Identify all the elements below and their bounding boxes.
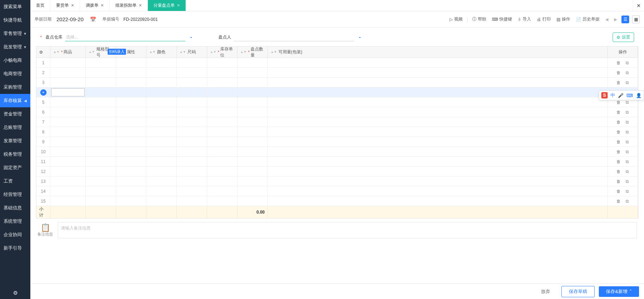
tab-1[interactable]: 要货单✕ [50,0,80,11]
delete-row-icon[interactable]: 🗑 [616,159,621,164]
delete-row-icon[interactable]: 🗑 [616,60,621,65]
sidebar-item-7[interactable]: 库存核算◀ [0,94,30,107]
copy-row-icon[interactable]: ⧉ [626,139,629,144]
copy-row-icon[interactable]: ⧉ [626,110,629,115]
history-action[interactable]: 📄 历史单据 [574,16,601,22]
header-size[interactable]: ▲▼尺码 [177,47,207,58]
sidebar-item-17[interactable]: 企业协同 [0,228,30,241]
video-action[interactable]: ▷ 视频 [448,16,464,22]
header-unit[interactable]: ▲▼*库存单位 [207,47,237,58]
table-row[interactable]: 1🗑⧉ [36,58,638,68]
delete-row-icon[interactable]: 🗑 [616,70,621,75]
tab-3[interactable]: 组装拆卸单✕ [110,0,148,11]
sidebar-item-3[interactable]: 批发管理▼ [0,40,30,54]
warehouse-more-icon[interactable]: ··· [190,35,192,40]
person-input[interactable] [234,33,354,41]
sidebar-item-8[interactable]: 资金管理 [0,107,30,121]
sidebar-item-0[interactable]: 搜索菜单 [0,0,30,13]
product-cell-input[interactable] [51,88,85,96]
sidebar-item-15[interactable]: 基础信息 [0,201,30,215]
delete-row-icon[interactable]: 🗑 [616,110,621,115]
table-row[interactable]: 3🗑⧉ [36,78,638,88]
header-attr[interactable]: ▲▼属性 [116,47,146,58]
copy-row-icon[interactable]: ⧉ [626,100,629,105]
table-row[interactable]: 10🗑⧉ [36,147,638,157]
help-action[interactable]: ⓘ 帮助 [471,16,488,22]
date-value[interactable]: 2022-09-20 [56,16,84,22]
shortcut-action[interactable]: ⌨ 快捷键 [490,16,513,22]
save-new-button[interactable]: 保存&新增˄ [599,286,639,297]
close-icon[interactable]: ✕ [139,3,142,8]
view-card-icon[interactable]: ▦ [632,16,640,23]
sidebar-item-1[interactable]: 快捷导航 [0,13,30,27]
sidebar-item-14[interactable]: 经营管理 [0,188,30,201]
table-row[interactable]: +🗑⧉ [36,88,638,97]
delete-row-icon[interactable]: 🗑 [616,130,621,134]
table-row[interactable]: 8🗑⧉ [36,127,638,137]
sidebar-item-6[interactable]: 采购管理 [0,80,30,94]
table-row[interactable]: 5🗑⧉ [36,97,638,107]
copy-row-icon[interactable]: ⧉ [626,199,629,204]
delete-row-icon[interactable]: 🗑 [616,199,621,204]
copy-row-icon[interactable]: ⧉ [626,70,629,75]
prev-doc-icon[interactable]: ◀ [604,17,610,22]
copy-row-icon[interactable]: ⧉ [626,80,629,85]
table-row[interactable]: 9🗑⧉ [36,137,638,147]
close-icon[interactable]: ✕ [101,3,104,8]
settings-button[interactable]: ⚙ 设置 [613,32,634,42]
copy-row-icon[interactable]: ⧉ [626,60,629,65]
copy-row-icon[interactable]: ⧉ [626,169,629,174]
delete-row-icon[interactable]: 🗑 [616,139,621,144]
header-spec[interactable]: ▲▼规格型号 [86,47,116,58]
table-row[interactable]: 15🗑⧉ [36,196,638,206]
table-row[interactable]: 14🗑⧉ [36,186,638,196]
gear-icon[interactable]: ⚙ [0,287,30,299]
calendar-icon[interactable]: 📅 [90,17,96,22]
discard-button[interactable]: 放弃 [534,286,557,297]
tab-0[interactable]: 首页 [30,0,50,11]
delete-row-icon[interactable]: 🗑 [616,169,621,174]
close-all-tabs[interactable]: ✕ [633,0,644,11]
copy-row-icon[interactable]: ⧉ [626,159,629,164]
table-row[interactable]: 6🗑⧉ [36,107,638,117]
sidebar-item-16[interactable]: 系统管理 [0,215,30,228]
delete-row-icon[interactable]: 🗑 [616,189,621,194]
header-color[interactable]: ▲▼颜色 [146,47,177,58]
sidebar-item-18[interactable]: 新手引导 [0,241,30,255]
ime-keyboard-icon[interactable]: ⌨ [626,93,633,98]
person-more-icon[interactable]: ··· [359,35,360,40]
tab-4[interactable]: 分量盘点单✕ [148,0,186,11]
copy-row-icon[interactable]: ⧉ [626,179,629,184]
copy-row-icon[interactable]: ⧉ [626,120,629,125]
sidebar-item-4[interactable]: 小畅电商 [0,54,30,67]
ime-audio-icon[interactable]: 🎤 [618,93,624,98]
tab-2[interactable]: 调拨单✕ [80,0,110,11]
header-qty[interactable]: ▲▼*盘点数量 [237,47,268,58]
sidebar-item-11[interactable]: 税务管理 [0,148,30,161]
header-product[interactable]: ▲▼*商品 [50,47,86,58]
table-row[interactable]: 11🗑⧉ [36,157,638,167]
table-row[interactable]: 2🗑⧉ [36,68,638,78]
ops-action[interactable]: ▤ 操作 [555,16,572,22]
table-row[interactable]: 12🗑⧉ [36,167,638,177]
ime-lang[interactable]: 中 [610,92,615,98]
copy-row-icon[interactable]: ⧉ [626,189,629,194]
delete-row-icon[interactable]: 🗑 [616,179,621,184]
sidebar-item-2[interactable]: 零售管理▼ [0,27,30,40]
close-icon[interactable]: ✕ [177,3,180,8]
warehouse-input[interactable] [65,33,185,41]
close-icon[interactable]: ✕ [71,3,74,8]
save-draft-button[interactable]: 保存草稿 [561,286,595,297]
ime-toolbar[interactable]: S 中 🎤 ⌨ 👤 [599,90,644,100]
sidebar-item-5[interactable]: 电商管理 [0,67,30,80]
header-config[interactable]: ⚙ [36,47,50,58]
copy-row-icon[interactable]: ⧉ [626,149,629,154]
copy-row-icon[interactable]: ⧉ [626,130,629,134]
sidebar-item-9[interactable]: 总账管理 [0,121,30,134]
delete-row-icon[interactable]: 🗑 [616,149,621,154]
table-row[interactable]: 7🗑⧉ [36,117,638,127]
table-row[interactable]: 13🗑⧉ [36,177,638,186]
next-doc-icon[interactable]: ▶ [613,17,619,22]
remark-input[interactable] [58,222,637,238]
print-action[interactable]: 🖨 打印 [535,16,552,22]
